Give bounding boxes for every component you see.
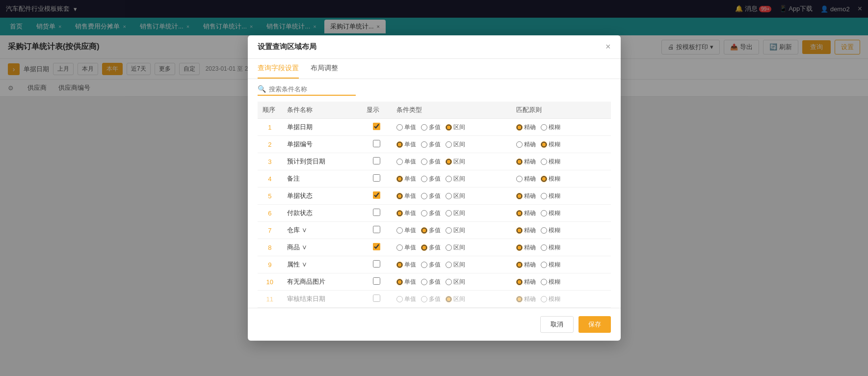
dialog-tabs: 查询字段设置 布局调整 bbox=[248, 59, 621, 79]
dialog-close-button[interactable]: × bbox=[605, 42, 611, 52]
search-icon: 🔍 bbox=[258, 85, 266, 93]
dialog-header: 设置查询区域布局 × bbox=[248, 35, 621, 59]
search-input[interactable] bbox=[269, 85, 347, 93]
dialog-overlay: 设置查询区域布局 × 查询字段设置 布局调整 🔍 顺序 bbox=[0, 0, 868, 97]
dialog-tab-layout-adjust[interactable]: 布局调整 bbox=[311, 59, 338, 79]
dialog-tab-query-fields[interactable]: 查询字段设置 bbox=[258, 59, 299, 79]
search-wrapper: 🔍 bbox=[258, 85, 356, 96]
dialog-search-area: 🔍 bbox=[248, 79, 621, 97]
settings-dialog: 设置查询区域布局 × 查询字段设置 布局调整 🔍 顺序 bbox=[248, 35, 621, 97]
dialog-title: 设置查询区域布局 bbox=[258, 42, 316, 52]
